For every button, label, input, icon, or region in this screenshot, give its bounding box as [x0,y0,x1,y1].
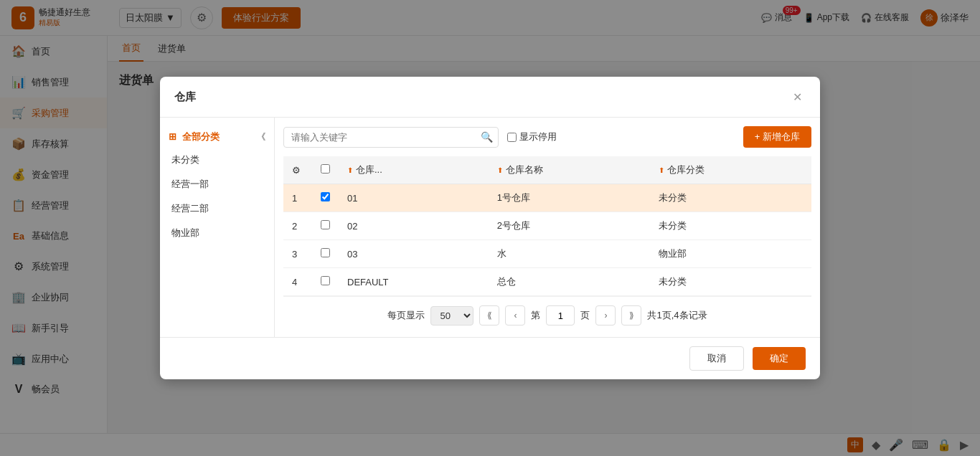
row-name: 水 [489,240,650,268]
category-panel: ⊞ 全部分类 《 未分类 经营一部 经营二部 物业部 [160,118,275,337]
row-name: 1号仓库 [489,184,650,212]
row-category: 未分类 [650,184,811,212]
sort-icon-code: ⬆ [347,166,353,174]
row-name: 总仓 [489,268,650,296]
content-panel: 🔍 显示停用 + 新增仓库 ⚙ [275,118,820,337]
row-num: 3 [283,240,312,268]
sort-icon-category: ⬆ [659,166,664,174]
first-page-button[interactable]: ⟪ [479,305,499,326]
category-item-dept1[interactable]: 经营一部 [160,172,274,196]
search-wrap: 🔍 [283,127,499,148]
warehouse-table: ⚙ ⬆ 仓库... ⬆ [283,156,811,296]
next-page-button[interactable]: › [595,305,616,326]
row-checkbox-cell [312,212,339,240]
page-size-select[interactable]: 50 10 20 100 [430,306,473,326]
grid-icon: ⊞ [169,131,176,142]
th-code: ⬆ 仓库... [339,156,489,184]
row-checkbox[interactable] [321,192,330,201]
toolbar: 🔍 显示停用 + 新增仓库 [283,126,811,148]
modal-footer: 取消 确定 [160,337,820,379]
table-row[interactable]: 2 02 2号仓库 未分类 [283,212,811,240]
row-code: DEFAULT [339,268,489,296]
overlay: 仓库 ✕ ⊞ 全部分类 《 未分类 经营一部 经营二部 物业部 [0,0,980,456]
row-category: 物业部 [650,240,811,268]
row-checkbox[interactable] [321,248,330,257]
row-num: 4 [283,268,312,296]
row-num: 2 [283,212,312,240]
page-unit: 页 [580,309,590,322]
pagination: 每页显示 50 10 20 100 ⟪ ‹ 第 页 › ⟫ 共1页,4条记录 [283,296,811,328]
cancel-button[interactable]: 取消 [689,346,744,371]
table-row[interactable]: 4 DEFAULT 总仓 未分类 [283,268,811,296]
row-name: 2号仓库 [489,212,650,240]
page-size-label: 每页显示 [387,309,425,322]
th-checkbox [312,156,339,184]
page-info: 共1页,4条记录 [647,309,707,322]
sort-icon-name: ⬆ [497,166,503,174]
modal-title: 仓库 [174,90,196,104]
th-name: ⬆ 仓库名称 [489,156,650,184]
row-code: 02 [339,212,489,240]
search-icon[interactable]: 🔍 [481,131,493,143]
collapse-button[interactable]: 《 [257,131,265,143]
row-num: 1 [283,184,312,212]
row-code: 03 [339,240,489,268]
row-category: 未分类 [650,268,811,296]
th-gear: ⚙ [283,156,312,184]
close-button[interactable]: ✕ [788,88,806,105]
row-checkbox[interactable] [321,276,330,285]
row-checkbox[interactable] [321,220,330,229]
last-page-button[interactable]: ⟫ [621,305,641,326]
th-category: ⬆ 仓库分类 [650,156,811,184]
table-container: ⚙ ⬆ 仓库... ⬆ [283,156,811,296]
select-all-checkbox[interactable] [321,164,330,174]
show-disabled-checkbox[interactable] [507,133,517,142]
add-warehouse-button[interactable]: + 新增仓库 [743,126,811,148]
page-label: 第 [531,309,540,322]
warehouse-modal: 仓库 ✕ ⊞ 全部分类 《 未分类 经营一部 经营二部 物业部 [160,77,820,379]
page-number-input[interactable] [546,305,575,326]
confirm-button[interactable]: 确定 [753,347,806,370]
row-code: 01 [339,184,489,212]
search-input[interactable] [283,127,499,148]
table-row[interactable]: 1 01 1号仓库 未分类 [283,184,811,212]
category-header[interactable]: ⊞ 全部分类 《 [160,126,274,148]
row-category: 未分类 [650,212,811,240]
prev-page-button[interactable]: ‹ [505,305,525,326]
show-disabled-label[interactable]: 显示停用 [507,130,557,143]
category-item-property[interactable]: 物业部 [160,221,274,245]
modal-header: 仓库 ✕ [160,77,820,118]
row-checkbox-cell [312,240,339,268]
table-row[interactable]: 3 03 水 物业部 [283,240,811,268]
row-checkbox-cell [312,268,339,296]
category-item-dept2[interactable]: 经营二部 [160,196,274,221]
modal-body: ⊞ 全部分类 《 未分类 经营一部 经营二部 物业部 🔍 [160,118,820,337]
category-item-unclassified[interactable]: 未分类 [160,148,274,172]
category-all-label: 全部分类 [182,131,220,142]
row-checkbox-cell [312,184,339,212]
